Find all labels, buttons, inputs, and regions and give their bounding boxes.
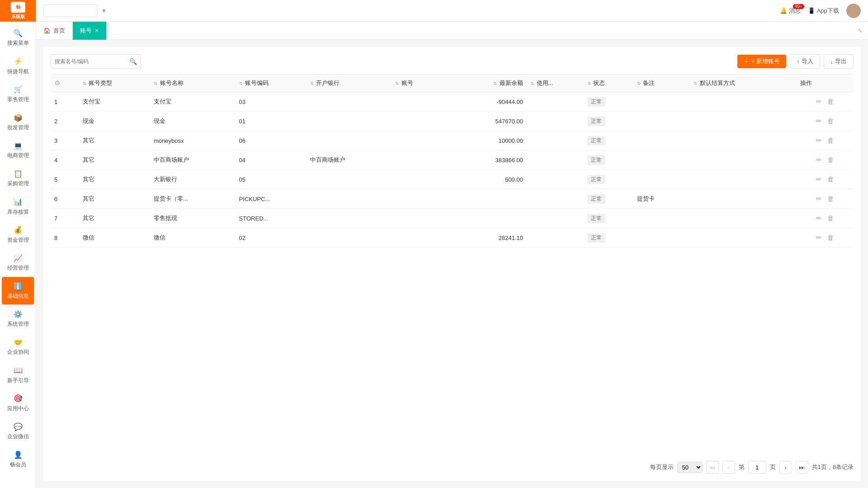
edit-button[interactable]: ✏ bbox=[814, 174, 824, 184]
th-type[interactable]: ⇅ 账号类型 bbox=[79, 75, 150, 92]
prev-page-button[interactable]: ‹ bbox=[722, 461, 735, 474]
settings-icon[interactable]: ⚙ bbox=[54, 79, 60, 87]
status-badge: 正常 bbox=[587, 175, 605, 184]
delete-button[interactable]: 🗑 bbox=[826, 136, 836, 145]
message-button[interactable]: 🔔 消息 99+ bbox=[780, 7, 801, 15]
sidebar-item-ecommerce[interactable]: 💻 电商管理 bbox=[2, 136, 34, 164]
last-page-button[interactable]: ⏭ bbox=[796, 461, 808, 474]
sidebar-item-enterprise-wechat[interactable]: 💬 企业微信 bbox=[2, 418, 34, 445]
sort-type-icon: ⇅ bbox=[83, 81, 86, 86]
cell-remark bbox=[633, 131, 690, 150]
chevron-down-icon[interactable]: ▼ bbox=[101, 8, 107, 14]
search-menu-icon: 🔍 bbox=[14, 28, 23, 38]
sidebar-item-basic-info[interactable]: ℹ️ 基础信息 bbox=[2, 277, 34, 305]
toolbar-actions: ＋ + 新增账号 ↑ 导入 ↓ 导出 bbox=[737, 54, 854, 69]
first-page-button[interactable]: ⏮ bbox=[706, 461, 719, 474]
user-avatar[interactable] bbox=[846, 4, 861, 18]
cell-settlement bbox=[690, 170, 797, 189]
search-icon[interactable]: 🔍 bbox=[129, 58, 137, 65]
sidebar-item-label-basic-info: 基础信息 bbox=[7, 292, 29, 300]
cell-code: 06 bbox=[236, 131, 307, 150]
edit-button[interactable]: ✏ bbox=[814, 97, 824, 107]
app-center-icon: 🎯 bbox=[14, 394, 23, 404]
topbar-search-input[interactable] bbox=[43, 5, 98, 17]
page-input[interactable] bbox=[748, 461, 766, 474]
th-bank[interactable]: ⇅ 开户银行 bbox=[307, 75, 392, 92]
th-settings[interactable]: ⚙ bbox=[51, 75, 79, 92]
th-settlement[interactable]: ⇅ 默认结算方式 bbox=[690, 75, 797, 92]
edit-button[interactable]: ✏ bbox=[814, 136, 824, 145]
sidebar-item-enterprise[interactable]: 🤝 企业协同 bbox=[2, 333, 34, 361]
edit-button[interactable]: ✏ bbox=[814, 233, 824, 243]
delete-button[interactable]: 🗑 bbox=[826, 213, 836, 223]
sidebar-item-quick-nav[interactable]: ⚡ 快捷导航 bbox=[2, 52, 34, 80]
sidebar-item-finance[interactable]: 💰 资金管理 bbox=[2, 221, 34, 248]
cell-bank: 中百商场账户 bbox=[307, 150, 392, 170]
edit-button[interactable]: ✏ bbox=[814, 194, 824, 204]
th-balance-label: 最新余额 bbox=[500, 80, 523, 86]
th-code[interactable]: ⇅ 账号编码 bbox=[236, 75, 307, 92]
import-button[interactable]: ↑ 导入 bbox=[790, 54, 820, 69]
delete-button[interactable]: 🗑 bbox=[826, 116, 836, 126]
next-page-button[interactable]: › bbox=[779, 461, 792, 474]
cell-type: 其它 bbox=[79, 150, 150, 170]
table-container: ⚙ ⇅ 账号类型 ⇅ 账号名称 ⇅ bbox=[51, 74, 854, 454]
cell-account bbox=[392, 189, 448, 209]
enterprise-icon: 🤝 bbox=[14, 338, 23, 347]
table-row: 6 其它 提货卡（零... PICKUPC... 正常 提货卡 ✏ 🗑 bbox=[51, 189, 854, 209]
cell-name: 提货卡（零... bbox=[150, 189, 236, 209]
cell-number: 3 bbox=[51, 131, 79, 150]
sidebar-item-purchase[interactable]: 📋 采购管理 bbox=[2, 164, 34, 192]
delete-button[interactable]: 🗑 bbox=[826, 194, 836, 203]
sidebar-item-app-center[interactable]: 🎯 应用中心 bbox=[2, 389, 34, 417]
th-action: 操作 bbox=[797, 75, 854, 92]
tab-expand-button[interactable]: ⤡ bbox=[852, 22, 868, 40]
cell-action: ✏ 🗑 bbox=[797, 112, 854, 131]
sidebar-item-retail[interactable]: 🛒 零售管理 bbox=[2, 80, 34, 108]
th-name[interactable]: ⇅ 账号名称 bbox=[150, 75, 236, 92]
th-remark[interactable]: ⇅ 备注 bbox=[633, 75, 690, 92]
cell-balance: 547670.00 bbox=[448, 112, 527, 131]
sidebar-item-wholesale[interactable]: 📦 批发管理 bbox=[2, 108, 34, 136]
cell-action: ✏ 🗑 bbox=[797, 170, 854, 189]
th-use[interactable]: ⇅ 使用... bbox=[527, 75, 584, 92]
cell-remark bbox=[633, 112, 690, 131]
sidebar-item-operations[interactable]: 📈 经营管理 bbox=[2, 249, 34, 277]
cell-action: ✏ 🗑 bbox=[797, 209, 854, 228]
cell-action: ✏ 🗑 bbox=[797, 150, 854, 170]
sidebar-item-inventory[interactable]: 📊 库存核算 bbox=[2, 192, 34, 220]
sidebar-item-system[interactable]: ⚙️ 系统管理 bbox=[2, 305, 34, 333]
app-download-button[interactable]: 📱 App下载 bbox=[808, 7, 839, 15]
cell-settlement bbox=[690, 209, 797, 228]
delete-button[interactable]: 🗑 bbox=[826, 174, 836, 184]
cell-status: 正常 bbox=[584, 170, 633, 189]
table-row: 1 支付宝 支付宝 03 -90444.00 正常 ✏ 🗑 bbox=[51, 92, 854, 112]
delete-button[interactable]: 🗑 bbox=[826, 155, 836, 164]
th-balance[interactable]: ⇅ 最新余额 bbox=[448, 75, 527, 92]
sidebar-item-member[interactable]: 👤 畅会员 bbox=[2, 446, 34, 473]
app-logo: 畅 乐版版 bbox=[0, 0, 36, 22]
th-account[interactable]: ⇅ 账号 bbox=[392, 75, 448, 92]
th-status[interactable]: ⇅ 状态 bbox=[584, 75, 633, 92]
cell-remark: 提货卡 bbox=[633, 189, 690, 209]
topbar-left: ▼ bbox=[43, 5, 107, 17]
edit-button[interactable]: ✏ bbox=[814, 213, 824, 223]
delete-button[interactable]: 🗑 bbox=[826, 97, 836, 106]
sidebar-item-search-menu[interactable]: 🔍 搜索菜单 bbox=[2, 24, 34, 52]
search-input[interactable] bbox=[55, 58, 129, 65]
per-page-select[interactable]: 50 100 bbox=[677, 462, 703, 473]
delete-button[interactable]: 🗑 bbox=[826, 233, 836, 242]
add-account-button[interactable]: ＋ + 新增账号 bbox=[737, 55, 786, 68]
tab-home[interactable]: 🏠 首页 bbox=[36, 22, 73, 40]
sidebar-item-label-enterprise: 企业协同 bbox=[7, 348, 29, 356]
sidebar-item-guide[interactable]: 📖 新手引导 bbox=[2, 361, 34, 389]
edit-button[interactable]: ✏ bbox=[814, 116, 824, 126]
edit-button[interactable]: ✏ bbox=[814, 155, 824, 165]
tab-account[interactable]: 账号 ✕ bbox=[73, 22, 107, 40]
cell-account bbox=[392, 170, 448, 189]
tab-account-close-button[interactable]: ✕ bbox=[94, 28, 99, 34]
cell-action: ✏ 🗑 bbox=[797, 131, 854, 150]
cell-type: 微信 bbox=[79, 228, 150, 248]
export-button[interactable]: ↓ 导出 bbox=[824, 54, 854, 69]
finance-icon: 💰 bbox=[14, 225, 23, 235]
